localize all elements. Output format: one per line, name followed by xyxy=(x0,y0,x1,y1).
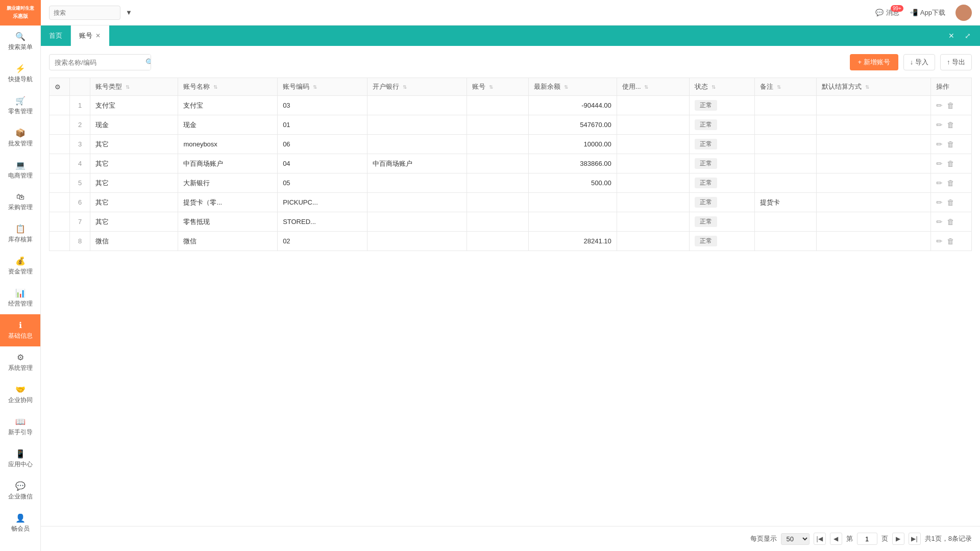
sidebar-item-enterprise-agreement[interactable]: 🤝 企业协同 xyxy=(0,379,40,411)
col-account[interactable]: 账号 ⇅ xyxy=(467,78,529,96)
sidebar-item-enterprise-wechat[interactable]: 💬 企业微信 xyxy=(0,475,40,507)
col-settings[interactable]: ⚙ xyxy=(50,78,70,96)
row-bank-cell xyxy=(368,232,467,251)
row-code-cell: 03 xyxy=(278,96,368,115)
delete-button[interactable]: 🗑 xyxy=(947,159,954,168)
col-bank[interactable]: 开户银行 ⇅ xyxy=(368,78,467,96)
row-settings-cell xyxy=(50,135,70,154)
message-button[interactable]: 💬 消息 99+ xyxy=(875,8,899,17)
delete-button[interactable]: 🗑 xyxy=(947,101,954,110)
sidebar-item-app-center[interactable]: 📱 应用中心 xyxy=(0,443,40,475)
delete-button[interactable]: 🗑 xyxy=(947,237,954,246)
app-download-label: App下载 xyxy=(920,8,945,17)
sidebar-item-member[interactable]: 👤 畅会员 xyxy=(0,507,40,539)
app-download-button[interactable]: 📲 App下载 xyxy=(910,8,945,17)
per-page-select[interactable]: 50 20 100 xyxy=(781,533,810,545)
tab-account[interactable]: 账号 ✕ xyxy=(71,26,109,46)
delete-button[interactable]: 🗑 xyxy=(947,179,954,188)
account-search-input[interactable] xyxy=(50,59,145,66)
row-code-cell: 02 xyxy=(278,232,368,251)
row-default-settle-cell xyxy=(817,154,931,173)
edit-button[interactable]: ✏ xyxy=(936,140,943,149)
sidebar-item-finance-mgmt[interactable]: 💰 资金管理 xyxy=(0,250,40,282)
sidebar-item-label: 零售管理 xyxy=(8,107,33,116)
row-code-cell: 06 xyxy=(278,135,368,154)
page-next-btn[interactable]: ▶ xyxy=(892,533,904,545)
edit-button[interactable]: ✏ xyxy=(936,159,943,168)
col-status[interactable]: 状态 ⇅ xyxy=(690,78,755,96)
export-button[interactable]: ↑ 导出 xyxy=(940,54,972,70)
row-index-cell: 4 xyxy=(70,154,90,173)
row-name-cell: 现金 xyxy=(178,115,278,135)
row-name-cell: 大新银行 xyxy=(178,173,278,193)
col-name[interactable]: 账号名称 ⇅ xyxy=(178,78,278,96)
sidebar-item-label: 基础信息 xyxy=(8,332,33,340)
tab-account-label: 账号 xyxy=(79,31,92,40)
import-button[interactable]: ↓ 导入 xyxy=(903,54,935,70)
member-icon: 👤 xyxy=(15,513,26,523)
edit-button[interactable]: ✏ xyxy=(936,198,943,207)
add-account-button[interactable]: + 新增账号 xyxy=(850,54,898,70)
tabbar-close-btn[interactable]: ✕ xyxy=(945,30,958,42)
col-balance[interactable]: 最新余额 ⇅ xyxy=(529,78,617,96)
col-type[interactable]: 账号类型 ⇅ xyxy=(90,78,178,96)
status-badge: 正常 xyxy=(695,100,717,111)
row-remark-cell xyxy=(755,232,817,251)
table-row: 3 其它 moneybosx 06 10000.00 正常 ✏ 🗑 xyxy=(50,135,972,154)
sidebar-item-wholesale-mgmt[interactable]: 📦 批发管理 xyxy=(0,122,40,154)
enterprise-agreement-icon: 🤝 xyxy=(15,385,26,394)
edit-button[interactable]: ✏ xyxy=(936,179,943,188)
tab-home[interactable]: 首页 xyxy=(41,26,71,46)
col-usage[interactable]: 使用... ⇅ xyxy=(617,78,690,96)
sidebar-item-retail-mgmt[interactable]: 🛒 零售管理 xyxy=(0,90,40,122)
col-remark[interactable]: 备注 ⇅ xyxy=(755,78,817,96)
row-settings-cell xyxy=(50,115,70,135)
status-badge: 正常 xyxy=(695,158,717,169)
page-label: 第 xyxy=(846,534,853,543)
delete-button[interactable]: 🗑 xyxy=(947,217,954,227)
search-submit-button[interactable]: 🔍 xyxy=(145,54,151,70)
sidebar-item-inventory-check[interactable]: 📋 库存核算 xyxy=(0,218,40,250)
col-code[interactable]: 账号编码 ⇅ xyxy=(278,78,368,96)
page-prev-btn[interactable]: ◀ xyxy=(830,533,842,545)
page-number-input[interactable] xyxy=(857,533,877,545)
row-remark-cell xyxy=(755,135,817,154)
edit-button[interactable]: ✏ xyxy=(936,101,943,110)
row-account-cell xyxy=(467,173,529,193)
row-action-cell: ✏ 🗑 xyxy=(931,173,972,193)
sidebar-item-system-mgmt[interactable]: ⚙ 系统管理 xyxy=(0,346,40,379)
sidebar-item-quick-nav[interactable]: ⚡ 快捷导航 xyxy=(0,58,40,90)
page-first-btn[interactable]: |◀ xyxy=(814,533,826,545)
sidebar-item-operation-mgmt[interactable]: 📊 经营管理 xyxy=(0,282,40,314)
topbar-dropdown[interactable]: ▼ xyxy=(126,9,132,16)
edit-button[interactable]: ✏ xyxy=(936,120,943,130)
topbar-search-input[interactable] xyxy=(49,6,120,20)
col-default-settle[interactable]: 默认结算方式 ⇅ xyxy=(817,78,931,96)
retail-mgmt-icon: 🛒 xyxy=(15,96,26,106)
tab-close-icon[interactable]: ✕ xyxy=(95,32,101,39)
row-remark-cell xyxy=(755,115,817,135)
tabbar-maximize-btn[interactable]: ⤢ xyxy=(962,30,974,42)
sidebar-item-beginner-guide[interactable]: 📖 新手引导 xyxy=(0,411,40,443)
row-default-settle-cell xyxy=(817,232,931,251)
user-avatar[interactable] xyxy=(955,5,972,21)
row-type-cell: 其它 xyxy=(90,193,178,212)
delete-button[interactable]: 🗑 xyxy=(947,140,954,149)
row-status-cell: 正常 xyxy=(690,173,755,193)
edit-button[interactable]: ✏ xyxy=(936,237,943,246)
row-balance-cell: 28241.10 xyxy=(529,232,617,251)
delete-button[interactable]: 🗑 xyxy=(947,198,954,207)
edit-button[interactable]: ✏ xyxy=(936,217,943,227)
row-settings-cell xyxy=(50,212,70,232)
row-balance-cell: 547670.00 xyxy=(529,115,617,135)
sidebar-item-label: 企业协同 xyxy=(8,396,33,405)
table-row: 4 其它 中百商场账户 04 中百商场账户 383866.00 正常 ✏ 🗑 xyxy=(50,154,972,173)
dropdown-arrow-icon: ▼ xyxy=(126,9,132,16)
delete-button[interactable]: 🗑 xyxy=(947,120,954,130)
table-row: 2 现金 现金 01 547670.00 正常 ✏ 🗑 xyxy=(50,115,972,135)
sidebar-item-purchase-mgmt[interactable]: 🛍 采购管理 xyxy=(0,186,40,218)
page-last-btn[interactable]: ▶| xyxy=(909,533,921,545)
sidebar-item-basic-info[interactable]: ℹ 基础信息 xyxy=(0,314,40,346)
sidebar-item-ecommerce-mgmt[interactable]: 💻 电商管理 xyxy=(0,154,40,186)
sidebar-item-search-menu[interactable]: 🔍 搜索菜单 xyxy=(0,26,40,58)
